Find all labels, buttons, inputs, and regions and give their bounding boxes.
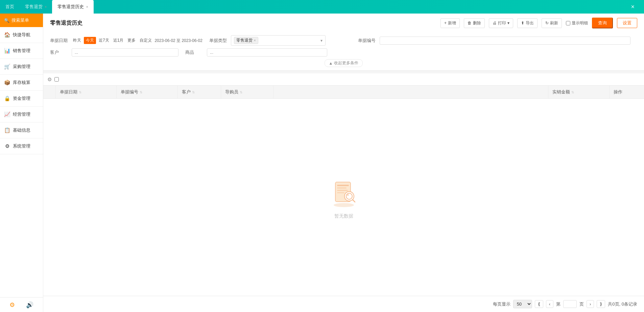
- refresh-label: 刷新: [550, 20, 558, 26]
- new-icon: +: [444, 21, 447, 25]
- delete-button[interactable]: 🗑 删除: [464, 18, 485, 28]
- data-table: 单据日期 ⇅ 单据编号 ⇅ 客户: [43, 86, 644, 99]
- sidebar-search[interactable]: 🔍 搜索菜单: [0, 14, 43, 27]
- collapse-bar: ▲ 收起更多条件: [50, 59, 637, 67]
- svg-rect-3: [337, 187, 347, 188]
- sidebar-item-inventory[interactable]: 📦 库存核算: [0, 75, 43, 91]
- customer-input[interactable]: [72, 48, 178, 57]
- tab-retail-return-history[interactable]: 零售退货历史 ×: [52, 0, 93, 14]
- th-guide-label: 导购员: [225, 89, 238, 95]
- select-all-checkbox[interactable]: [54, 77, 59, 82]
- sidebar-item-finance[interactable]: 🔒 资金管理: [0, 91, 43, 107]
- doc-type-tag-close[interactable]: ×: [254, 39, 256, 42]
- refresh-button[interactable]: ↻ 刷新: [542, 18, 562, 28]
- doc-type-select[interactable]: 零售退货 × ▾: [231, 35, 326, 46]
- filter-customer: 客户: [50, 48, 178, 57]
- delete-label: 删除: [473, 20, 481, 26]
- sort-doc-date-icon: ⇅: [79, 90, 81, 94]
- per-page-select[interactable]: 50 10 20 100: [513, 300, 532, 308]
- display-checkbox[interactable]: [566, 21, 570, 25]
- sidebar-item-operations[interactable]: 📈 经营管理: [0, 107, 43, 122]
- date-opt-custom[interactable]: 自定义: [138, 37, 153, 44]
- window-close-button[interactable]: ×: [627, 3, 639, 10]
- th-spacer: [273, 86, 548, 99]
- empty-icon: [327, 175, 361, 209]
- last-page-button[interactable]: ⟫: [597, 300, 605, 308]
- sidebar-item-sales[interactable]: 📊 销售管理: [0, 43, 43, 59]
- table-header-row: 单据日期 ⇅ 单据编号 ⇅ 客户: [43, 86, 644, 99]
- next-page-button[interactable]: ›: [587, 300, 594, 308]
- th-actual-amount-label: 实销金额: [552, 89, 570, 95]
- th-customer[interactable]: 客户 ⇅: [178, 86, 221, 99]
- th-guide[interactable]: 导购员 ⇅: [221, 86, 273, 99]
- export-button[interactable]: ⬆ 导出: [517, 18, 538, 28]
- page-title-row: 零售退货历史 + 新增 🗑 删除 🖨 打印 ▾: [50, 18, 637, 28]
- date-opt-last1m[interactable]: 近1月: [112, 37, 125, 44]
- sidebar-item-system-label: 系统管理: [13, 143, 30, 149]
- gear-icon[interactable]: ⚙: [9, 301, 15, 309]
- tab-list: 首页 零售退货 × 零售退货历史 ×: [0, 0, 627, 14]
- th-doc-date-label: 单据日期: [60, 89, 77, 95]
- search-icon: 🔍: [4, 18, 9, 23]
- audio-icon[interactable]: 🔊: [26, 301, 33, 309]
- per-page-label: 每页显示: [493, 301, 510, 307]
- date-range-display: 2023-06-02 至 2023-06-02: [154, 38, 202, 44]
- sidebar-item-finance-label: 资金管理: [13, 95, 30, 102]
- page-title: 零售退货历史: [50, 20, 82, 27]
- top-bar: 首页 零售退货 × 零售退货历史 × ×: [0, 0, 644, 14]
- settings-button[interactable]: 设置: [617, 18, 637, 28]
- tab-retail-return[interactable]: 零售退货 ×: [20, 0, 52, 14]
- sidebar-search-label: 搜索菜单: [11, 17, 29, 23]
- sort-customer-icon: ⇅: [192, 90, 195, 94]
- tab-home[interactable]: 首页: [0, 0, 20, 14]
- customer-label: 客户: [50, 49, 69, 55]
- page-suffix: 页: [579, 301, 584, 307]
- tab-retail-return-history-close[interactable]: ×: [86, 5, 88, 9]
- home-icon: 🏠: [4, 32, 10, 38]
- prev-page-button[interactable]: ‹: [546, 300, 553, 308]
- query-button[interactable]: 查询: [592, 18, 613, 28]
- print-button[interactable]: 🖨 打印 ▾: [489, 18, 513, 28]
- goods-label: 商品: [185, 49, 204, 55]
- finance-icon: 🔒: [4, 95, 10, 102]
- new-button[interactable]: + 新增: [440, 18, 460, 28]
- collapse-button[interactable]: ▲ 收起更多条件: [325, 59, 363, 67]
- sidebar-item-purchase[interactable]: 🛒 采购管理: [0, 59, 43, 75]
- th-operation: 操作: [609, 86, 644, 99]
- svg-point-9: [347, 194, 349, 196]
- date-opt-last7[interactable]: 近7天: [97, 37, 111, 44]
- filter-area: 单据日期 昨天 今天 近7天 近1月 更多 自定义 2023-06-02 至 2…: [50, 32, 637, 70]
- date-opt-more[interactable]: 更多: [126, 37, 137, 44]
- pagination-bar: 每页显示 50 10 20 100 ⟪ ‹ 第 1 页 › ⟫ 共0页, 0条记…: [43, 296, 644, 312]
- sidebar-item-basic-info-label: 基础信息: [13, 127, 30, 133]
- column-settings-icon[interactable]: ⚙: [47, 76, 52, 83]
- th-actual-amount[interactable]: 实销金额 ⇅: [548, 86, 609, 99]
- top-bar-right: ×: [627, 3, 644, 10]
- th-checkbox: [43, 86, 55, 99]
- system-icon: ⚙: [4, 143, 10, 149]
- th-doc-date[interactable]: 单据日期 ⇅: [55, 86, 117, 99]
- inventory-icon: 📦: [4, 80, 10, 86]
- tab-home-label: 首页: [5, 4, 14, 10]
- first-page-button[interactable]: ⟪: [535, 300, 543, 308]
- svg-line-8: [353, 200, 355, 202]
- sidebar-item-basic-info[interactable]: 📋 基础信息: [0, 122, 43, 138]
- sidebar-item-quick-nav[interactable]: 🏠 快捷导航: [0, 27, 43, 43]
- th-doc-no[interactable]: 单据编号 ⇅: [117, 86, 178, 99]
- page-number-input[interactable]: 1: [563, 300, 577, 308]
- tab-retail-return-close[interactable]: ×: [45, 5, 47, 9]
- doc-type-tag: 零售退货 ×: [234, 37, 258, 44]
- sidebar-item-system[interactable]: ⚙ 系统管理: [0, 138, 43, 154]
- filter-goods: 商品: [185, 48, 327, 57]
- goods-input[interactable]: [207, 48, 327, 57]
- table-container: ⚙ 单据日期 ⇅ 单据编: [43, 73, 644, 296]
- new-label: 新增: [448, 20, 456, 26]
- display-switch[interactable]: 显示明细: [566, 20, 588, 26]
- doc-no-input[interactable]: [380, 37, 630, 45]
- print-icon: 🖨: [493, 21, 497, 25]
- date-opt-today[interactable]: 今天: [84, 37, 96, 44]
- display-label: 显示明细: [572, 20, 588, 26]
- th-customer-label: 客户: [182, 89, 191, 95]
- filter-doc-no: 单据编号: [358, 37, 630, 45]
- date-opt-yesterday[interactable]: 昨天: [72, 37, 82, 44]
